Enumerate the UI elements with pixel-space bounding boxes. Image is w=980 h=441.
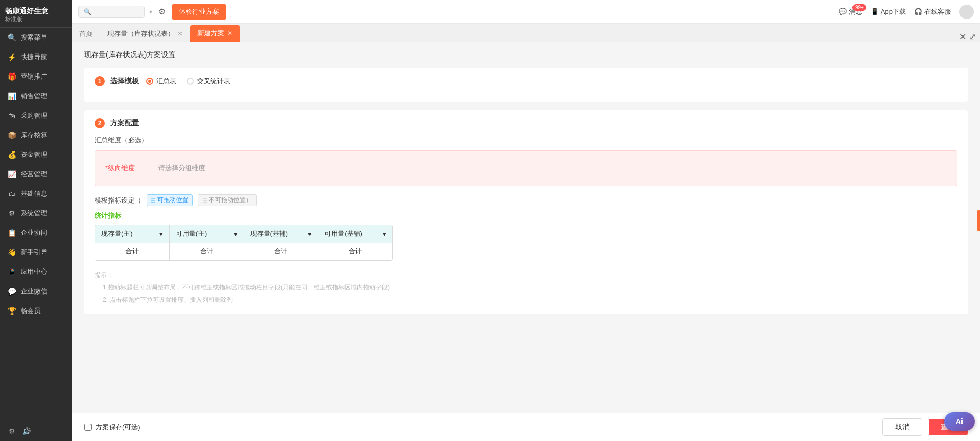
money-icon: 💰: [7, 150, 16, 159]
sidebar-item-newbie[interactable]: 👋 新手引导: [0, 243, 72, 262]
chevron-down-icon: ▾: [149, 8, 152, 15]
tab-close-icon[interactable]: ✕: [177, 30, 183, 38]
col-header-0[interactable]: 现存量(主) ▾: [95, 225, 170, 243]
headset-icon: 🎧: [914, 8, 922, 15]
radio-summary-dot: [146, 78, 153, 85]
tab-new-plan[interactable]: 新建方案 ✕: [190, 25, 240, 42]
window-close-icon[interactable]: ✕: [959, 32, 966, 42]
message-button[interactable]: 💬 消息 99+: [839, 7, 862, 16]
col-header-1[interactable]: 可用量(主) ▾: [170, 225, 244, 243]
online-service-button[interactable]: 🎧 在线客服: [914, 7, 951, 16]
wave-icon: 👋: [7, 248, 16, 257]
sidebar-item-label: 基础信息: [21, 189, 47, 198]
volume-icon[interactable]: 🔊: [22, 427, 31, 436]
indicator-label-text: 模板指标设定（: [95, 196, 141, 205]
sidebar-item-label: 快捷导航: [21, 52, 47, 62]
radio-cross-label: 交叉统计表: [197, 77, 230, 86]
col-header-3[interactable]: 可用量(基辅) ▾: [318, 225, 392, 243]
dimension-box[interactable]: *纵向维度 —— 请选择分组维度: [95, 150, 957, 186]
mobile-icon: 📱: [7, 267, 16, 277]
tab-home[interactable]: 首页: [72, 26, 100, 42]
radio-summary[interactable]: 汇总表: [146, 77, 176, 86]
chat-icon: 💬: [7, 287, 16, 296]
sidebar-item-label: 库存核算: [21, 131, 47, 140]
sidebar-item-base[interactable]: 🗂 基础信息: [0, 184, 72, 204]
sidebar-item-label: 畅会员: [21, 306, 41, 316]
search-icon: 🔍: [84, 8, 92, 15]
step1-section: 1 选择模板 汇总表 交叉统计表: [84, 68, 968, 102]
indicator-label: 模板指标设定（ 可拖动位置 不可拖动位置）: [95, 194, 957, 206]
search-icon: 🔍: [7, 33, 16, 42]
step2-section: 2 方案配置 汇总维度（必选） *纵向维度 —— 请选择分组维度 模板指标设定（: [84, 110, 968, 314]
app-download-button[interactable]: 📱 App下载: [870, 7, 906, 16]
col-header-2[interactable]: 现存量(基辅) ▾: [244, 225, 319, 243]
ai-fab-button[interactable]: Ai: [944, 412, 975, 431]
app-title: 畅康通好生意: [5, 6, 67, 15]
user-avatar[interactable]: [959, 5, 974, 19]
right-edge-handle[interactable]: [977, 210, 980, 231]
tabbar: 首页 现存量（库存状况表） ✕ 新建方案 ✕ ✕ ⤢: [72, 24, 980, 42]
save-plan-checkbox[interactable]: [84, 424, 92, 431]
sidebar-item-label: 应用中心: [21, 267, 47, 277]
dimension-arrow: ——: [140, 164, 153, 172]
col-header-label-1: 可用量(主): [176, 229, 207, 238]
message-icon: 💬: [839, 8, 847, 15]
required-marker: *纵向维度: [105, 163, 135, 173]
sidebar-item-label: 搜索菜单: [21, 33, 47, 42]
tab-inventory-status[interactable]: 现存量（库存状况表） ✕: [100, 26, 190, 42]
window-expand-icon[interactable]: ⤢: [969, 32, 976, 42]
sidebar-item-apps[interactable]: 📱 应用中心: [0, 262, 72, 282]
sidebar-item-operations[interactable]: 📈 经营管理: [0, 164, 72, 184]
sidebar: 畅康通好生意 标准版 🔍 搜索菜单 ⚡ 快捷导航 🎁 营销推广 📊 销售管理 🛍…: [0, 0, 72, 441]
sidebar-item-label: 销售管理: [21, 91, 47, 101]
trial-button[interactable]: 体验行业方案: [172, 4, 226, 20]
col-dropdown-icon-3: ▾: [383, 230, 386, 238]
non-draggable-tag: 不可拖动位置）: [198, 194, 257, 206]
trend-icon: 📈: [7, 170, 16, 179]
footer: 方案保存(可选) 取消 查询: [72, 413, 980, 441]
sidebar-bottom: ⚙ 🔊: [0, 421, 72, 441]
radio-summary-label: 汇总表: [156, 77, 176, 86]
sidebar-menu: 🔍 搜索菜单 ⚡ 快捷导航 🎁 营销推广 📊 销售管理 🛍 采购管理 📦 库存核…: [0, 28, 72, 421]
tab-new-plan-label: 新建方案: [197, 29, 224, 38]
footer-left: 方案保存(可选): [84, 422, 140, 432]
step2-header: 2 方案配置: [95, 118, 957, 128]
page-title: 现存量(库存状况表)方案设置: [84, 50, 968, 60]
sidebar-item-inventory[interactable]: 📦 库存核算: [0, 125, 72, 145]
radio-cross[interactable]: 交叉统计表: [187, 77, 230, 86]
sidebar-item-shortcut[interactable]: ⚡ 快捷导航: [0, 47, 72, 67]
sidebar-item-purchase[interactable]: 🛍 采购管理: [0, 106, 72, 125]
page-content: 现存量(库存状况表)方案设置 1 选择模板 汇总表 交叉统计表: [72, 42, 980, 413]
sidebar-item-label: 系统管理: [21, 209, 47, 218]
tab-inventory-label: 现存量（库存状况表）: [107, 29, 174, 39]
non-draggable-label: 不可拖动位置）: [209, 196, 252, 205]
sidebar-item-sales[interactable]: 📊 销售管理: [0, 86, 72, 106]
folder-icon: 🗂: [7, 189, 16, 198]
sidebar-item-member[interactable]: 🏆 畅会员: [0, 301, 72, 321]
sidebar-item-wechat[interactable]: 💬 企业微信: [0, 282, 72, 301]
sidebar-item-search[interactable]: 🔍 搜索菜单: [0, 28, 72, 47]
tab-active-close-icon[interactable]: ✕: [227, 30, 232, 37]
col-value-0: 合计: [95, 243, 170, 260]
save-plan-label: 方案保存(可选): [96, 422, 140, 432]
tabbar-controls: ✕ ⤢: [955, 32, 980, 42]
draggable-label: 可拖动位置: [157, 196, 188, 205]
col-value-2: 合计: [244, 243, 319, 260]
col-dropdown-icon-1: ▾: [234, 230, 238, 238]
sidebar-item-marketing[interactable]: 🎁 营销推广: [0, 67, 72, 86]
step2-title: 方案配置: [110, 119, 139, 128]
sidebar-item-finance[interactable]: 💰 资金管理: [0, 145, 72, 164]
sidebar-item-enterprise[interactable]: 📋 企业协同: [0, 223, 72, 243]
col-header-label-0: 现存量(主): [101, 229, 133, 238]
sidebar-item-label: 企业微信: [21, 287, 47, 296]
app-label: App下载: [881, 7, 906, 16]
settings-gear-icon[interactable]: ⚙: [158, 7, 166, 16]
sidebar-item-label: 营销推广: [21, 72, 47, 81]
sidebar-item-label: 新手引导: [21, 248, 47, 257]
trophy-icon: 🏆: [7, 306, 16, 316]
sidebar-item-system[interactable]: ⚙ 系统管理: [0, 204, 72, 223]
cancel-button[interactable]: 取消: [882, 418, 922, 436]
settings-icon[interactable]: ⚙: [7, 427, 16, 436]
dimension-placeholder: 请选择分组维度: [158, 163, 205, 173]
search-box[interactable]: 🔍: [78, 6, 145, 18]
